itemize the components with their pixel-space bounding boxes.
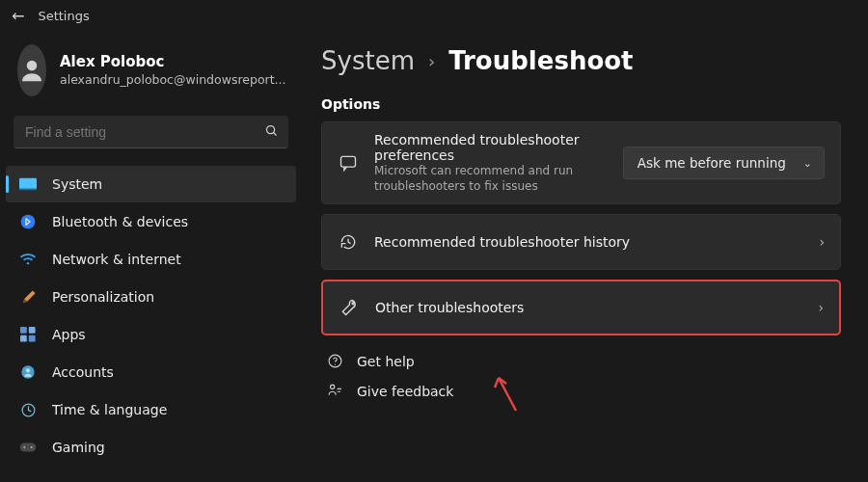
get-help-link[interactable]: Get help — [327, 353, 841, 369]
chevron-down-icon: ⌄ — [803, 157, 812, 170]
content-area: System › Troubleshoot Options Recommende… — [304, 31, 868, 482]
svg-point-6 — [27, 262, 29, 264]
svg-rect-14 — [20, 443, 37, 452]
sidebar-item-label: Bluetooth & devices — [52, 214, 188, 229]
dropdown-value: Ask me before running — [637, 155, 786, 171]
account-name: Alex Poloboc — [60, 52, 286, 71]
account-block[interactable]: Alex Poloboc alexandru_poloboc@windowsre… — [6, 37, 296, 110]
card-title: Other troubleshooters — [375, 300, 802, 315]
sidebar: Alex Poloboc alexandru_poloboc@windowsre… — [0, 31, 304, 482]
svg-point-5 — [21, 215, 36, 229]
svg-rect-3 — [19, 178, 37, 190]
get-help-label: Get help — [357, 354, 415, 369]
sidebar-item-label: Apps — [52, 327, 86, 342]
clock-globe-icon — [19, 401, 37, 418]
search-field[interactable] — [25, 124, 264, 140]
system-icon — [19, 175, 37, 193]
chevron-right-icon: › — [428, 51, 435, 71]
chevron-right-icon: › — [818, 300, 824, 315]
bluetooth-icon — [19, 213, 37, 230]
wrench-icon — [339, 298, 360, 317]
search-icon — [264, 123, 279, 141]
chevron-right-icon: › — [819, 234, 825, 250]
give-feedback-link[interactable]: Give feedback — [327, 383, 841, 399]
sidebar-item-apps[interactable]: Apps — [6, 316, 296, 353]
back-icon[interactable]: ← — [12, 7, 24, 25]
sidebar-item-label: Network & internet — [52, 252, 181, 267]
sidebar-item-time-language[interactable]: Time & language — [6, 391, 296, 428]
card-subtitle: Microsoft can recommend and run troubles… — [374, 163, 608, 194]
sidebar-nav: System Bluetooth & devices Network & int… — [6, 166, 296, 466]
sidebar-item-label: Time & language — [52, 402, 167, 417]
window-title: Settings — [38, 9, 89, 23]
sidebar-item-label: Gaming — [52, 440, 105, 455]
avatar — [17, 44, 46, 96]
paintbrush-icon — [19, 288, 37, 306]
svg-point-12 — [26, 368, 30, 372]
svg-point-15 — [23, 446, 25, 448]
history-icon — [338, 232, 359, 252]
section-label: Options — [321, 96, 841, 112]
svg-point-16 — [31, 446, 33, 448]
breadcrumb-current: Troubleshoot — [448, 46, 633, 75]
card-title: Recommended troubleshooter history — [374, 234, 803, 250]
sidebar-item-label: Accounts — [52, 364, 114, 380]
card-title: Recommended troubleshooter preferences — [374, 132, 608, 163]
apps-icon — [19, 326, 37, 343]
sidebar-item-personalization[interactable]: Personalization — [6, 279, 296, 315]
breadcrumb: System › Troubleshoot — [321, 46, 841, 75]
svg-rect-10 — [29, 335, 36, 342]
card-recommended-preferences[interactable]: Recommended troubleshooter preferences M… — [321, 121, 841, 204]
sidebar-item-network[interactable]: Network & internet — [6, 241, 296, 278]
chat-icon — [338, 153, 359, 173]
sidebar-item-system[interactable]: System — [6, 166, 296, 202]
sidebar-item-accounts[interactable]: Accounts — [6, 354, 296, 390]
account-email: alexandru_poloboc@windowsreport... — [60, 72, 286, 89]
svg-point-21 — [331, 386, 335, 389]
card-recommended-history[interactable]: Recommended troubleshooter history › — [321, 214, 841, 270]
wifi-icon — [19, 251, 37, 268]
sidebar-item-gaming[interactable]: Gaming — [6, 429, 296, 466]
svg-line-2 — [274, 132, 277, 135]
sidebar-item-label: System — [52, 176, 102, 192]
svg-point-20 — [335, 364, 336, 365]
svg-rect-8 — [29, 327, 36, 334]
search-input[interactable] — [14, 116, 288, 148]
svg-rect-9 — [20, 335, 27, 342]
accounts-icon — [19, 363, 37, 381]
give-feedback-label: Give feedback — [357, 384, 453, 399]
preferences-dropdown[interactable]: Ask me before running ⌄ — [623, 147, 825, 179]
svg-point-0 — [27, 61, 38, 71]
sidebar-item-label: Personalization — [52, 289, 154, 305]
card-other-troubleshooters[interactable]: Other troubleshooters › — [321, 280, 841, 335]
svg-rect-7 — [20, 327, 27, 334]
svg-point-18 — [352, 303, 354, 305]
svg-point-1 — [267, 125, 275, 133]
svg-rect-4 — [19, 189, 37, 191]
sidebar-item-bluetooth[interactable]: Bluetooth & devices — [6, 203, 296, 240]
svg-rect-17 — [341, 157, 356, 168]
breadcrumb-parent[interactable]: System — [321, 46, 415, 75]
gaming-icon — [19, 439, 37, 456]
